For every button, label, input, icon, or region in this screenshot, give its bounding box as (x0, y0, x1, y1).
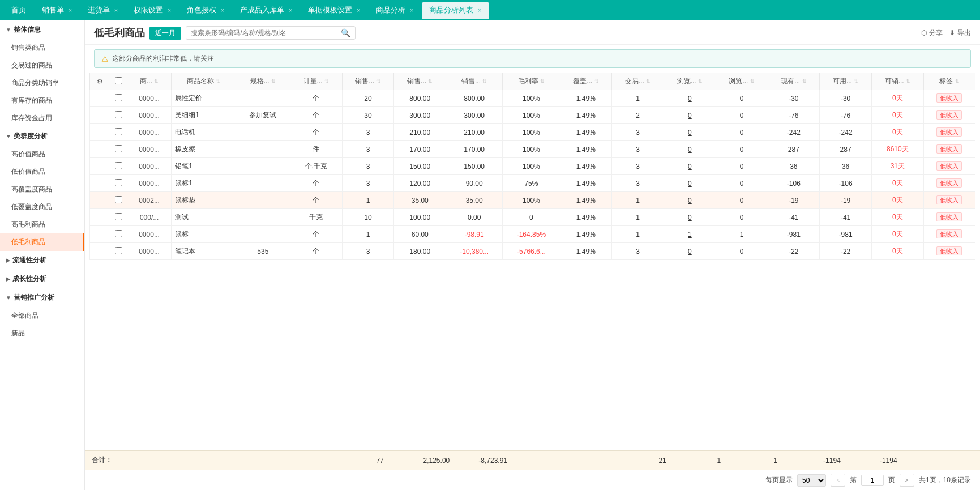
col-stock-saleable[interactable]: 可销... ⇅ (872, 73, 924, 90)
close-goods-analysis-icon[interactable]: × (410, 7, 413, 14)
col-tag[interactable]: 标签 ⇅ (923, 73, 975, 90)
col-spec[interactable]: 规格... ⇅ (236, 73, 290, 90)
sidebar-item-all-goods[interactable]: 全部商品 (0, 307, 84, 325)
row-views1-1[interactable]: 0 (664, 107, 716, 124)
next-page-button[interactable]: ＞ (900, 474, 914, 487)
nav-home[interactable]: 首页 (5, 2, 33, 19)
nav-goods-analysis-list[interactable]: 商品分析列表 × (422, 2, 488, 19)
nav-purchase[interactable]: 进货单 × (81, 2, 125, 19)
close-template-icon[interactable]: × (357, 7, 360, 14)
export-icon: ⬇ (949, 29, 955, 37)
nav-permissions[interactable]: 权限设置 × (127, 2, 178, 19)
footer-sales-price: 2,125.00 (408, 457, 465, 465)
row-checkbox-4[interactable] (110, 158, 127, 175)
row-select-checkbox-7[interactable] (115, 213, 122, 220)
search-input[interactable] (191, 29, 341, 37)
nav-roles[interactable]: 角色授权 × (180, 2, 231, 19)
sidebar-section-liquidity[interactable]: ▶ 流通性分析 (0, 251, 84, 270)
row-select-checkbox-5[interactable] (115, 179, 122, 186)
close-sales-icon[interactable]: × (69, 7, 72, 14)
col-gross-rate[interactable]: 毛利率 ⇅ (503, 73, 560, 90)
row-select-checkbox-0[interactable] (115, 94, 122, 101)
search-icon[interactable]: 🔍 (341, 28, 350, 37)
col-sales-price[interactable]: 销售... ⇅ (394, 73, 446, 90)
sidebar-section-marketing[interactable]: ▼ 营销推广分析 (0, 288, 84, 307)
col-sales-qty[interactable]: 销售... ⇅ (342, 73, 394, 90)
col-stock-usable[interactable]: 可用... ⇅ (820, 73, 872, 90)
col-code[interactable]: 商... ⇅ (127, 73, 172, 90)
page-number-input[interactable] (861, 475, 884, 486)
row-views1-3[interactable]: 0 (664, 141, 716, 158)
sidebar-section-cluster[interactable]: ▼ 类群度分析 (0, 127, 84, 146)
col-name[interactable]: 商品名称 ⇅ (172, 73, 236, 90)
col-stock-current[interactable]: 现有... ⇅ (768, 73, 820, 90)
row-gross-rate-2: 100% (503, 124, 560, 141)
sidebar-item-low-value[interactable]: 低价值商品 (0, 163, 84, 181)
row-checkbox-2[interactable] (110, 124, 127, 141)
col-coverage[interactable]: 覆盖... ⇅ (560, 73, 612, 90)
col-settings[interactable]: ⚙ (90, 73, 110, 90)
close-roles-icon[interactable]: × (221, 7, 224, 14)
row-views1-6[interactable]: 0 (664, 192, 716, 209)
nav-sales[interactable]: 销售单 × (35, 2, 79, 19)
sidebar-section-growth[interactable]: ▶ 成长性分析 (0, 270, 84, 288)
row-checkbox-0[interactable] (110, 90, 127, 107)
sidebar-section-overall[interactable]: ▼ 整体信息 (0, 20, 84, 39)
sidebar-item-low-coverage[interactable]: 低覆盖度商品 (0, 198, 84, 216)
prev-page-button[interactable]: ＜ (831, 474, 845, 487)
per-page-select[interactable]: 50 100 200 (797, 474, 826, 487)
row-checkbox-7[interactable] (110, 209, 127, 226)
row-views1-9[interactable]: 0 (664, 243, 716, 260)
row-views1-4[interactable]: 0 (664, 158, 716, 175)
row-checkbox-6[interactable] (110, 192, 127, 209)
warning-icon: ⚠ (101, 54, 109, 63)
row-select-checkbox-8[interactable] (115, 230, 122, 237)
row-tag-0: 低收入 (923, 90, 975, 107)
sidebar-item-traded-goods[interactable]: 交易过的商品 (0, 57, 84, 74)
sidebar-item-new-goods[interactable]: 新品 (0, 325, 84, 342)
row-checkbox-9[interactable] (110, 243, 127, 260)
sidebar-item-high-value[interactable]: 高价值商品 (0, 146, 84, 163)
row-views1-2[interactable]: 0 (664, 124, 716, 141)
sidebar-item-inventory-capital[interactable]: 库存资金占用 (0, 109, 84, 127)
nav-goods-analysis[interactable]: 商品分析 × (369, 2, 420, 19)
col-checkbox-all[interactable] (110, 73, 127, 90)
row-select-checkbox-3[interactable] (115, 145, 122, 152)
sidebar-item-sales-goods[interactable]: 销售类商品 (0, 39, 84, 57)
sidebar-item-high-margin[interactable]: 高毛利商品 (0, 216, 84, 233)
row-views1-8[interactable]: 1 (664, 226, 716, 243)
close-permissions-icon[interactable]: × (168, 7, 171, 14)
row-views1-7[interactable]: 0 (664, 209, 716, 226)
sidebar-item-low-margin[interactable]: 低毛利商品 (0, 233, 84, 251)
row-checkbox-1[interactable] (110, 107, 127, 124)
row-checkbox-3[interactable] (110, 141, 127, 158)
row-select-checkbox-2[interactable] (115, 128, 122, 135)
row-select-checkbox-1[interactable] (115, 111, 122, 118)
row-select-checkbox-9[interactable] (115, 247, 122, 254)
col-views2[interactable]: 浏览... ⇅ (716, 73, 768, 90)
nav-products-in[interactable]: 产成品入库单 × (233, 2, 299, 19)
select-all-checkbox[interactable] (115, 77, 122, 84)
share-button[interactable]: ⬡ 分享 (921, 28, 943, 38)
row-views1-5[interactable]: 0 (664, 175, 716, 192)
col-unit[interactable]: 计量... ⇅ (290, 73, 342, 90)
sidebar-item-category-rate[interactable]: 商品分类助销率 (0, 74, 84, 92)
sidebar-item-high-coverage[interactable]: 高覆盖度商品 (0, 181, 84, 198)
col-transactions[interactable]: 交易... ⇅ (612, 73, 664, 90)
col-sales-profit[interactable]: 销售... ⇅ (446, 73, 503, 90)
row-views1-0[interactable]: 0 (664, 90, 716, 107)
close-goods-analysis-list-icon[interactable]: × (478, 7, 481, 14)
col-views1[interactable]: 浏览... ⇅ (664, 73, 716, 90)
page-title: 低毛利商品 (94, 26, 145, 40)
close-purchase-icon[interactable]: × (114, 7, 118, 14)
nav-template[interactable]: 单据模板设置 × (301, 2, 367, 19)
row-checkbox-8[interactable] (110, 226, 127, 243)
row-checkbox-5[interactable] (110, 175, 127, 192)
row-select-checkbox-6[interactable] (115, 196, 122, 203)
row-views2-2: 0 (716, 124, 768, 141)
period-button[interactable]: 近一月 (149, 27, 181, 40)
row-select-checkbox-4[interactable] (115, 162, 122, 169)
close-products-in-icon[interactable]: × (289, 7, 292, 14)
sidebar-item-stocked-goods[interactable]: 有库存的商品 (0, 92, 84, 109)
export-button[interactable]: ⬇ 导出 (949, 28, 971, 38)
